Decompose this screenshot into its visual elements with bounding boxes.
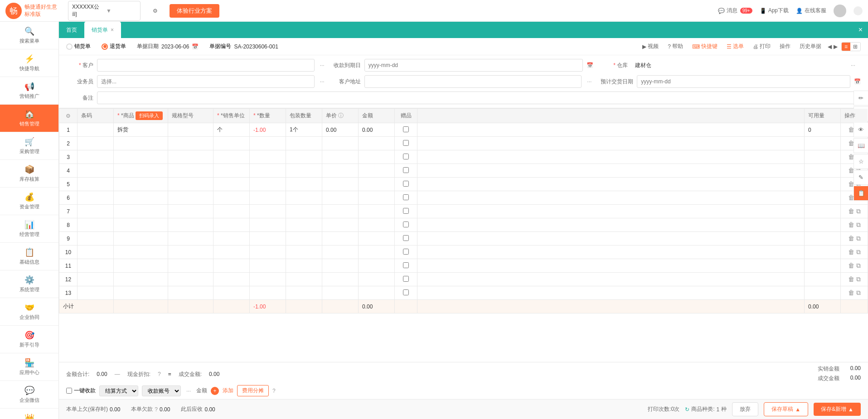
delete-icon[interactable]: 🗑 xyxy=(848,221,854,229)
expected-date-calendar-icon[interactable]: 📅 xyxy=(854,78,861,85)
sidebar-item-inventory[interactable]: 📦 库存核算 xyxy=(0,160,58,188)
copy-icon[interactable]: ⧉ xyxy=(856,262,861,270)
online-service-button[interactable]: 👤 在线客服 xyxy=(796,7,826,14)
payment-due-input[interactable] xyxy=(364,59,583,72)
table-settings-icon[interactable]: ⚙ xyxy=(66,113,71,119)
sidebar-item-purchase[interactable]: 🛒 采购管理 xyxy=(0,132,58,160)
tab-close-icon[interactable]: × xyxy=(111,27,114,33)
sidebar-item-operations[interactable]: 📊 经营管理 xyxy=(0,215,58,243)
delete-icon[interactable]: 🗑 xyxy=(848,289,854,297)
discount-info-icon[interactable]: ? xyxy=(158,371,161,377)
expense-help-icon[interactable]: ? xyxy=(272,388,276,394)
price-info-icon[interactable]: ⓘ xyxy=(338,112,344,119)
customer-addr-more-icon[interactable]: ··· xyxy=(585,78,593,85)
nav-next-icon[interactable]: ▶ xyxy=(834,43,838,50)
sidebar-item-member[interactable]: 👑 畅会员 xyxy=(0,409,58,419)
avatar[interactable] xyxy=(834,5,846,17)
copy-icon[interactable]: ⧉ xyxy=(856,221,861,229)
float-action-btn[interactable]: 📋 xyxy=(853,186,868,201)
gift-checkbox[interactable] xyxy=(403,249,409,255)
list-view-btn[interactable]: ≡ xyxy=(842,43,850,51)
sidebar-item-enterprise[interactable]: 🤝 企业协同 xyxy=(0,298,58,326)
sidebar-item-marketing[interactable]: 📢 营销推广 xyxy=(0,77,58,105)
return-order-radio[interactable]: 退货单 xyxy=(102,43,126,50)
sidebar-item-wechat[interactable]: 💬 企业微信 xyxy=(0,381,58,409)
add-payment-button[interactable]: + xyxy=(211,387,219,395)
one-click-pay-check[interactable] xyxy=(66,388,72,394)
delete-icon[interactable]: 🗑 xyxy=(848,235,854,242)
payment-due-calendar-icon[interactable]: 📅 xyxy=(587,62,593,68)
customer-addr-input[interactable] xyxy=(364,75,582,88)
gift-checkbox[interactable] xyxy=(403,276,409,282)
sidebar-item-quick-nav[interactable]: ⚡ 快捷导航 xyxy=(0,49,58,77)
expense-btn[interactable]: 费用分摊 xyxy=(237,385,269,396)
delete-icon[interactable]: 🗑 xyxy=(848,275,854,283)
app-download-button[interactable]: 📱 App下载 xyxy=(760,7,789,14)
account-more-icon[interactable]: ··· xyxy=(184,388,193,394)
remark-input[interactable] xyxy=(97,92,861,104)
tab-sales-order[interactable]: 销货单 × xyxy=(84,22,121,38)
gift-checkbox[interactable] xyxy=(403,126,409,132)
float-edit-btn[interactable]: ✏ xyxy=(853,91,868,106)
copy-icon[interactable]: ⧉ xyxy=(856,289,861,297)
float-eye-btn[interactable]: 👁 xyxy=(853,122,868,137)
gift-checkbox[interactable] xyxy=(403,262,409,268)
copy-icon[interactable]: ⧉ xyxy=(856,275,861,283)
sidebar-item-system[interactable]: ⚙️ 系统管理 xyxy=(0,270,58,298)
main-close-icon[interactable]: × xyxy=(853,26,868,34)
video-btn[interactable]: ▶ 视频 xyxy=(640,42,661,51)
shortcut-btn[interactable]: ⌨ 快捷键 xyxy=(689,42,720,51)
help-btn[interactable]: ? 帮助 xyxy=(665,42,686,51)
gift-checkbox[interactable] xyxy=(403,167,409,173)
message-button[interactable]: 💬 消息 99+ xyxy=(718,7,752,14)
refresh-icon[interactable]: ↻ xyxy=(685,406,689,413)
copy-icon[interactable]: ⧉ xyxy=(856,248,861,256)
copy-icon[interactable]: ⧉ xyxy=(856,207,861,215)
gift-checkbox[interactable] xyxy=(403,140,409,146)
nav-prev-icon[interactable]: ◀ xyxy=(828,43,832,50)
customer-input[interactable] xyxy=(97,59,315,72)
sidebar-item-finance[interactable]: 💰 资金管理 xyxy=(0,188,58,215)
warehouse-more-icon[interactable]: ··· xyxy=(849,62,857,68)
pay-method-select[interactable]: 结算方式 xyxy=(99,385,138,396)
history-btn[interactable]: 历史单据 xyxy=(797,42,824,51)
sidebar-item-search[interactable]: 🔍 搜索菜单 xyxy=(0,22,58,49)
sidebar-item-appstore[interactable]: 🏪 应用中心 xyxy=(0,353,58,381)
gift-checkbox[interactable] xyxy=(403,194,409,200)
pay-account-select[interactable]: 收款账号 xyxy=(142,385,181,396)
owed-info-icon[interactable]: ? xyxy=(155,406,158,413)
operate-btn[interactable]: 操作 xyxy=(777,42,793,51)
float-book-btn[interactable]: 📖 xyxy=(853,138,868,153)
delete-icon[interactable]: 🗑 xyxy=(848,248,854,256)
expected-date-input[interactable] xyxy=(637,75,850,88)
sidebar-item-sales[interactable]: 🏠 销售管理 xyxy=(0,105,58,132)
salesman-more-icon[interactable]: ··· xyxy=(318,78,326,85)
gift-checkbox[interactable] xyxy=(403,208,409,214)
one-click-pay-checkbox[interactable]: 一键收款 xyxy=(66,387,96,395)
select-btn[interactable]: ☰ 选单 xyxy=(724,42,747,51)
gift-checkbox[interactable] xyxy=(403,235,409,241)
float-star-btn[interactable]: ☆ xyxy=(853,154,868,169)
gift-checkbox[interactable] xyxy=(403,222,409,227)
scan-button[interactable]: 扫码录入 xyxy=(136,111,163,120)
abandon-button[interactable]: 放弃 xyxy=(732,402,758,416)
salesman-input[interactable] xyxy=(97,75,315,88)
copy-icon[interactable]: ⧉ xyxy=(856,235,861,242)
tab-home[interactable]: 首页 xyxy=(59,22,84,38)
grid-view-btn[interactable]: ⊞ xyxy=(850,43,860,51)
gift-checkbox[interactable] xyxy=(403,154,409,159)
company-selector[interactable]: XXXXXX公司 ▼ xyxy=(68,1,141,21)
delete-icon[interactable]: 🗑 xyxy=(848,262,854,270)
save-new-button[interactable]: 保存&新增 ▲ xyxy=(814,403,861,416)
customer-more-icon[interactable]: ··· xyxy=(318,62,326,68)
trial-button[interactable]: 体验行业方案 xyxy=(170,4,219,18)
gift-checkbox[interactable] xyxy=(403,289,409,295)
delete-icon[interactable]: 🗑 xyxy=(848,207,854,215)
draft-button[interactable]: 保存草稿 ▲ xyxy=(764,402,808,416)
calendar-icon[interactable]: 📅 xyxy=(192,43,199,50)
settings-icon[interactable]: ⚙ xyxy=(148,4,162,18)
gift-checkbox[interactable] xyxy=(403,181,409,187)
sales-order-radio[interactable]: 销货单 xyxy=(66,43,91,50)
sidebar-item-guide[interactable]: 🎯 新手引导 xyxy=(0,326,58,353)
print-btn[interactable]: 🖨 打印 xyxy=(750,42,773,51)
